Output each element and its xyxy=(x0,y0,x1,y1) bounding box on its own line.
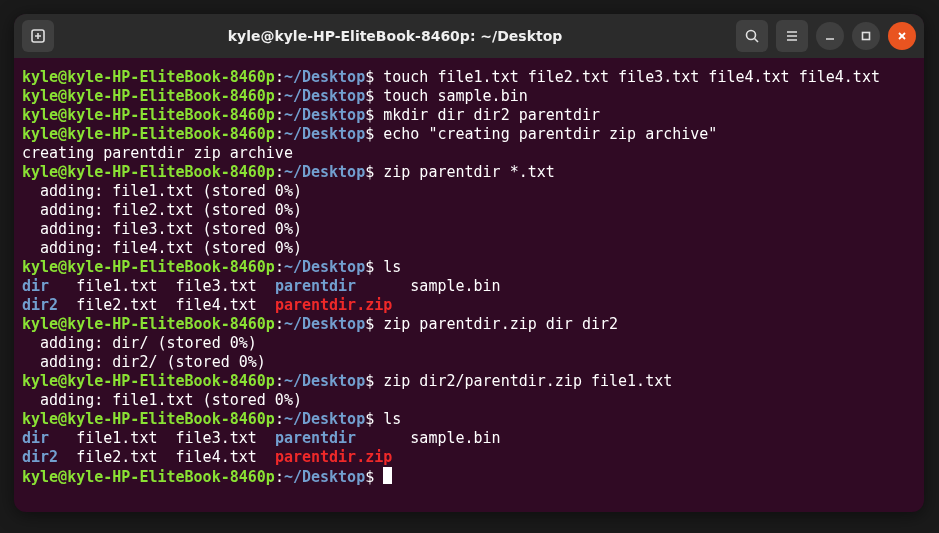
maximize-button[interactable] xyxy=(852,22,880,50)
prompt-sep: : xyxy=(275,125,284,143)
output-segment: adding: file2.txt (stored 0%) xyxy=(22,201,302,219)
output-line: dir2 file2.txt file4.txt parentdir.zip xyxy=(22,448,916,467)
prompt-userhost: kyle@kyle-HP-EliteBook-8460p xyxy=(22,87,275,105)
prompt-cwd: ~/Desktop xyxy=(284,258,365,276)
prompt-line: kyle@kyle-HP-EliteBook-8460p:~/Desktop$ … xyxy=(22,163,916,182)
prompt-cwd: ~/Desktop xyxy=(284,125,365,143)
command-text: mkdir dir dir2 parentdir xyxy=(383,106,600,124)
terminal-window: kyle@kyle-HP-EliteBook-8460p: ~/Desktop xyxy=(14,14,924,512)
command-text: ls xyxy=(383,410,401,428)
svg-rect-9 xyxy=(863,33,870,40)
command-text: echo "creating parentdir zip archive" xyxy=(383,125,717,143)
output-segment: dir xyxy=(22,277,49,295)
prompt-line: kyle@kyle-HP-EliteBook-8460p:~/Desktop$ … xyxy=(22,68,916,87)
command-text: touch file1.txt file2.txt file3.txt file… xyxy=(383,68,880,86)
command-text: touch sample.bin xyxy=(383,87,528,105)
output-line: adding: file1.txt (stored 0%) xyxy=(22,182,916,201)
prompt-sigil: $ xyxy=(365,125,383,143)
prompt-userhost: kyle@kyle-HP-EliteBook-8460p xyxy=(22,410,275,428)
prompt-userhost: kyle@kyle-HP-EliteBook-8460p xyxy=(22,163,275,181)
maximize-icon xyxy=(860,30,872,42)
close-icon xyxy=(896,30,908,42)
output-line: adding: file4.txt (stored 0%) xyxy=(22,239,916,258)
output-segment: parentdir xyxy=(275,277,356,295)
menu-button[interactable] xyxy=(776,20,808,52)
output-segment: dir xyxy=(22,429,49,447)
svg-point-3 xyxy=(747,31,756,40)
command-text: zip parentdir.zip dir dir2 xyxy=(383,315,618,333)
output-segment: adding: file3.txt (stored 0%) xyxy=(22,220,302,238)
output-segment: adding: dir/ (stored 0%) xyxy=(22,334,257,352)
hamburger-icon xyxy=(784,28,800,44)
output-segment: sample.bin xyxy=(356,277,501,295)
prompt-line: kyle@kyle-HP-EliteBook-8460p:~/Desktop$ … xyxy=(22,106,916,125)
terminal-area[interactable]: kyle@kyle-HP-EliteBook-8460p:~/Desktop$ … xyxy=(14,58,924,512)
prompt-sep: : xyxy=(275,315,284,333)
prompt-cwd: ~/Desktop xyxy=(284,163,365,181)
prompt-line: kyle@kyle-HP-EliteBook-8460p:~/Desktop$ … xyxy=(22,372,916,391)
output-line: dir file1.txt file3.txt parentdir sample… xyxy=(22,277,916,296)
output-segment: file1.txt file3.txt xyxy=(49,429,275,447)
prompt-userhost: kyle@kyle-HP-EliteBook-8460p xyxy=(22,106,275,124)
command-text: zip dir2/parentdir.zip file1.txt xyxy=(383,372,672,390)
prompt-line: kyle@kyle-HP-EliteBook-8460p:~/Desktop$ … xyxy=(22,87,916,106)
output-line: creating parentdir zip archive xyxy=(22,144,916,163)
prompt-cwd: ~/Desktop xyxy=(284,410,365,428)
cursor xyxy=(383,467,392,484)
new-tab-button[interactable] xyxy=(22,20,54,52)
prompt-sigil: $ xyxy=(365,258,383,276)
prompt-sigil: $ xyxy=(365,372,383,390)
prompt-sep: : xyxy=(275,106,284,124)
prompt-userhost: kyle@kyle-HP-EliteBook-8460p xyxy=(22,125,275,143)
output-line: dir2 file2.txt file4.txt parentdir.zip xyxy=(22,296,916,315)
output-segment: parentdir.zip xyxy=(275,296,392,314)
prompt-sep: : xyxy=(275,87,284,105)
prompt-sigil: $ xyxy=(365,315,383,333)
prompt-sigil: $ xyxy=(365,87,383,105)
prompt-sep: : xyxy=(275,372,284,390)
svg-line-4 xyxy=(755,39,759,43)
prompt-sep: : xyxy=(275,68,284,86)
window-title: kyle@kyle-HP-EliteBook-8460p: ~/Desktop xyxy=(54,28,736,44)
output-line: adding: dir2/ (stored 0%) xyxy=(22,353,916,372)
prompt-cwd: ~/Desktop xyxy=(284,372,365,390)
output-segment: file1.txt file3.txt xyxy=(49,277,275,295)
search-button[interactable] xyxy=(736,20,768,52)
prompt-userhost: kyle@kyle-HP-EliteBook-8460p xyxy=(22,315,275,333)
command-text: ls xyxy=(383,258,401,276)
output-line: adding: file1.txt (stored 0%) xyxy=(22,391,916,410)
output-segment: creating parentdir zip archive xyxy=(22,144,293,162)
prompt-sigil: $ xyxy=(365,410,383,428)
prompt-line: kyle@kyle-HP-EliteBook-8460p:~/Desktop$ … xyxy=(22,315,916,334)
prompt-sep: : xyxy=(275,163,284,181)
output-line: dir file1.txt file3.txt parentdir sample… xyxy=(22,429,916,448)
prompt-sep: : xyxy=(275,258,284,276)
output-segment: adding: dir2/ (stored 0%) xyxy=(22,353,266,371)
output-segment: dir2 xyxy=(22,296,58,314)
minimize-icon xyxy=(824,30,836,42)
prompt-userhost: kyle@kyle-HP-EliteBook-8460p xyxy=(22,372,275,390)
prompt-cwd: ~/Desktop xyxy=(284,106,365,124)
prompt-cwd: ~/Desktop xyxy=(284,315,365,333)
prompt-line: kyle@kyle-HP-EliteBook-8460p:~/Desktop$ xyxy=(22,467,916,487)
new-tab-icon xyxy=(30,28,46,44)
output-segment: adding: file1.txt (stored 0%) xyxy=(22,391,302,409)
prompt-userhost: kyle@kyle-HP-EliteBook-8460p xyxy=(22,258,275,276)
output-segment: file2.txt file4.txt xyxy=(58,448,275,466)
command-text: zip parentdir *.txt xyxy=(383,163,555,181)
output-line: adding: file2.txt (stored 0%) xyxy=(22,201,916,220)
search-icon xyxy=(744,28,760,44)
output-segment: adding: file1.txt (stored 0%) xyxy=(22,182,302,200)
prompt-userhost: kyle@kyle-HP-EliteBook-8460p xyxy=(22,468,275,486)
prompt-sigil: $ xyxy=(365,68,383,86)
prompt-sep: : xyxy=(275,468,284,486)
titlebar: kyle@kyle-HP-EliteBook-8460p: ~/Desktop xyxy=(14,14,924,58)
minimize-button[interactable] xyxy=(816,22,844,50)
close-button[interactable] xyxy=(888,22,916,50)
output-segment: parentdir xyxy=(275,429,356,447)
output-line: adding: file3.txt (stored 0%) xyxy=(22,220,916,239)
prompt-sigil: $ xyxy=(365,468,383,486)
prompt-sigil: $ xyxy=(365,163,383,181)
output-segment: sample.bin xyxy=(356,429,501,447)
prompt-sigil: $ xyxy=(365,106,383,124)
